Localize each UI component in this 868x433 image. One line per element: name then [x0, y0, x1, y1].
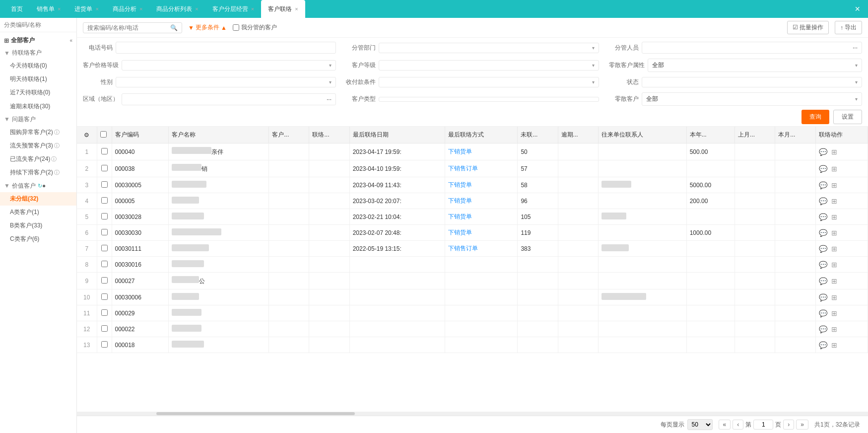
row-last-method[interactable]: 下销货单 [445, 193, 518, 209]
chat-icon[interactable]: 💬 [819, 181, 827, 189]
row-checkbox[interactable] [97, 193, 112, 209]
col-checkbox[interactable] [97, 127, 112, 144]
close-product-list-tab[interactable]: × [195, 6, 198, 12]
value-refresh-icon[interactable]: ↻ [38, 183, 42, 189]
grid-action-icon[interactable]: ⊞ [831, 213, 837, 221]
sidebar-item-7day-pending[interactable]: 近7天待联络(0) [0, 86, 76, 99]
filter-search-icon[interactable]: 🔍 [170, 24, 178, 31]
close-customer-segment-tab[interactable]: × [251, 6, 254, 12]
grid-action-icon[interactable]: ⊞ [831, 197, 837, 205]
col-settings[interactable]: ⚙ [77, 127, 97, 144]
row-checkbox[interactable] [97, 337, 112, 353]
sidebar-item-churned[interactable]: 已流失客户(24) ⓘ [0, 152, 76, 166]
all-customers-header[interactable]: ⊞ 全部客户 « [0, 32, 76, 47]
grid-action-icon[interactable]: ⊞ [831, 293, 837, 301]
grid-action-icon[interactable]: ⊞ [831, 245, 837, 253]
hoarding-info-icon[interactable]: ⓘ [54, 128, 60, 137]
filter-more-button[interactable]: ▼ 更多条件 ▲ [188, 23, 227, 32]
row-checkbox[interactable] [97, 209, 112, 225]
nav-tab-home[interactable]: 首页 [4, 0, 30, 18]
scrollbar-thumb[interactable] [156, 412, 355, 415]
churn-warning-info-icon[interactable]: ⓘ [54, 142, 60, 150]
close-product-analysis-tab[interactable]: × [139, 6, 142, 12]
grid-action-icon[interactable]: ⊞ [831, 165, 837, 173]
export-button[interactable]: ↑ 导出 [835, 21, 862, 34]
sidebar-item-class-a[interactable]: A类客户(1) [0, 206, 76, 219]
declining-info-icon[interactable]: ⓘ [54, 168, 60, 177]
sidebar-search-input[interactable] [4, 21, 77, 28]
page-size-selector[interactable]: 每页显示 50 20 100 [661, 419, 713, 430]
sidebar-item-overdue[interactable]: 逾期未联络(30) [0, 100, 76, 113]
row-last-method[interactable]: 下销售订单 [445, 160, 518, 177]
sidebar-item-declining[interactable]: 持续下滑客户(2) ⓘ [0, 166, 76, 179]
payment-select[interactable]: ▾ [379, 77, 599, 87]
chat-icon[interactable]: 💬 [819, 197, 827, 205]
select-all-checkbox[interactable] [100, 131, 107, 138]
row-checkbox[interactable] [97, 257, 112, 273]
sidebar-group-problem[interactable]: ▼ 问题客户 [0, 113, 76, 126]
row-last-method[interactable]: 下销售订单 [445, 241, 518, 257]
close-customer-contact-tab[interactable]: × [295, 6, 298, 12]
chat-icon[interactable]: 💬 [819, 261, 827, 269]
chat-icon[interactable]: 💬 [819, 341, 827, 349]
row-checkbox[interactable] [97, 289, 112, 305]
nav-tab-customer-segment[interactable]: 客户分层经营 × [205, 0, 261, 18]
sidebar-group-value[interactable]: ▼ 价值客户 ↻ ● [0, 180, 76, 192]
batch-ops-button[interactable]: ☑ 批量操作 [787, 21, 829, 34]
row-checkbox[interactable] [97, 160, 112, 177]
page-size-select[interactable]: 50 20 100 [687, 419, 713, 430]
sidebar-search-bar[interactable]: 🔍 [0, 18, 76, 32]
row-checkbox[interactable] [97, 144, 112, 160]
close-sales-tab[interactable]: × [58, 6, 61, 12]
query-button[interactable]: 查询 [801, 110, 829, 124]
grid-action-icon[interactable]: ⊞ [831, 229, 837, 237]
chat-icon[interactable]: 💬 [819, 245, 827, 253]
nav-tab-sales[interactable]: 销售单 × [30, 0, 67, 18]
sidebar-item-class-b[interactable]: B类客户(33) [0, 219, 76, 232]
sidebar-item-unclassified[interactable]: 未分组(32) [0, 192, 76, 206]
sidebar-item-churn-warning[interactable]: 流失预警客户(3) ⓘ [0, 139, 76, 152]
phone-filter-input[interactable] [116, 42, 336, 54]
retail-attr-select[interactable]: 全部 ▾ [648, 59, 862, 72]
prev-page-button[interactable]: ‹ [733, 420, 743, 430]
row-last-method[interactable]: 下销货单 [445, 209, 518, 225]
reset-button[interactable]: 设置 [833, 110, 862, 124]
nav-tab-purchase[interactable]: 进货单 × [67, 0, 105, 18]
settings-icon[interactable]: ⚙ [84, 132, 89, 139]
gender-select[interactable]: ▾ [116, 77, 336, 87]
grid-action-icon[interactable]: ⊞ [831, 325, 837, 333]
horizontal-scrollbar[interactable] [77, 412, 868, 416]
first-page-button[interactable]: « [719, 420, 731, 430]
grid-action-icon[interactable]: ⊞ [831, 341, 837, 349]
chat-icon[interactable]: 💬 [819, 229, 827, 237]
collapse-sidebar-button[interactable]: « [69, 38, 72, 43]
row-checkbox[interactable] [97, 177, 112, 193]
sidebar-item-tomorrow-pending[interactable]: 明天待联络(1) [0, 72, 76, 86]
sidebar-item-today-pending[interactable]: 今天待联络(0) [0, 59, 76, 72]
customer-level-select[interactable]: ▾ [379, 60, 599, 71]
grid-action-icon[interactable]: ⊞ [831, 309, 837, 317]
chat-icon[interactable]: 💬 [819, 165, 827, 173]
sidebar-group-pending[interactable]: ▼ 待联络客户 [0, 47, 76, 59]
filter-search-box[interactable]: 🔍 [83, 22, 182, 33]
row-last-method[interactable]: 下销货单 [445, 225, 518, 241]
sidebar-item-hoarding[interactable]: 囤购异常客户(2) ⓘ [0, 126, 76, 139]
grid-action-icon[interactable]: ⊞ [831, 277, 837, 285]
row-last-method[interactable]: 下销货单 [445, 144, 518, 160]
next-page-button[interactable]: › [783, 420, 794, 430]
churned-info-icon[interactable]: ⓘ [51, 155, 57, 164]
chat-icon[interactable]: 💬 [819, 148, 827, 156]
row-checkbox[interactable] [97, 241, 112, 257]
nav-tab-product-list[interactable]: 商品分析列表 × [149, 0, 205, 18]
grid-action-icon[interactable]: ⊞ [831, 148, 837, 156]
close-purchase-tab[interactable]: × [95, 6, 98, 12]
region-select[interactable]: ··· [122, 93, 336, 105]
person-filter-select[interactable]: ··· [642, 42, 862, 54]
status-select[interactable]: ▾ [642, 77, 862, 87]
row-checkbox[interactable] [97, 225, 112, 241]
customer-type-select[interactable] [379, 97, 599, 102]
page-number-input[interactable] [753, 420, 773, 430]
filter-my-customer[interactable]: 我分管的客户 [233, 23, 277, 32]
row-checkbox[interactable] [97, 273, 112, 289]
chat-icon[interactable]: 💬 [819, 277, 827, 285]
